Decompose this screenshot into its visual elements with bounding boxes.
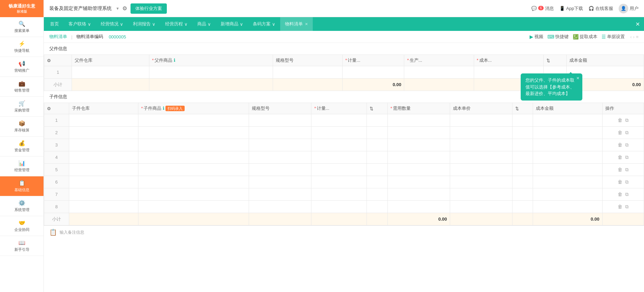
parent-cell-spec[interactable] [273, 66, 342, 79]
child-cell-qty[interactable] [387, 201, 450, 213]
sidebar-item-guide[interactable]: 📖 新手引导 [0, 236, 44, 256]
child-cell-product[interactable] [138, 188, 249, 201]
settings-icon[interactable]: ⚙ [122, 5, 127, 12]
parent-cell-production[interactable] [404, 66, 474, 79]
delete-icon[interactable]: 🗑 [618, 179, 622, 185]
sidebar-item-purchase[interactable]: 🛒 采购管理 [0, 97, 44, 117]
message-action[interactable]: 💬 6 消息 [531, 5, 554, 12]
copy-icon[interactable]: ⧉ [625, 179, 629, 185]
copy-icon[interactable]: ⧉ [625, 204, 629, 209]
child-cell-unit[interactable] [311, 201, 367, 213]
child-cell-unit-cost[interactable] [450, 114, 512, 127]
copy-icon[interactable]: ⧉ [625, 142, 629, 148]
nav-prev-icon[interactable]: ‹ [630, 34, 632, 39]
tab-home[interactable]: 首页 [45, 17, 64, 31]
tab-add-goods[interactable]: 新增商品 ∨ [216, 17, 248, 31]
extract-cost-action[interactable]: 💹 提取成本 [573, 34, 597, 40]
child-cell-product[interactable] [138, 201, 249, 213]
child-cell-warehouse[interactable] [69, 127, 138, 139]
parent-th-settings[interactable]: ⚙ [44, 55, 72, 66]
child-cell-unit[interactable] [311, 114, 367, 127]
child-cell-product[interactable] [138, 164, 249, 176]
sidebar-item-quick-nav[interactable]: ⚡ 快捷导航 [0, 37, 44, 57]
scan-badge[interactable]: 扫码录入 [165, 106, 185, 111]
child-cell-warehouse[interactable] [69, 164, 138, 176]
child-cell-spec[interactable] [249, 139, 311, 151]
child-cell-product[interactable] [138, 139, 249, 151]
parent-cell-product[interactable] [149, 66, 273, 79]
sidebar-item-search[interactable]: 🔍 搜索菜单 [0, 17, 44, 37]
child-cell-unit-cost[interactable] [450, 176, 512, 188]
shortcut-action[interactable]: ⌨ 快捷键 [547, 34, 569, 40]
parent-cell-warehouse[interactable] [72, 66, 149, 79]
copy-icon[interactable]: ⧉ [625, 154, 629, 160]
child-cell-unit[interactable] [311, 127, 367, 139]
sidebar-item-marketing[interactable]: 📢 营销推广 [0, 57, 44, 77]
tab-barcode[interactable]: 条码方案 ∨ [248, 17, 280, 31]
close-all-tabs[interactable]: ✕ [633, 21, 643, 27]
sidebar-item-inventory[interactable]: 📦 库存核算 [0, 117, 44, 137]
child-cell-warehouse[interactable] [69, 176, 138, 188]
child-cell-unit-cost[interactable] [450, 139, 512, 151]
child-cell-unit-cost[interactable] [450, 164, 512, 176]
child-th-settings[interactable]: ⚙ [44, 103, 69, 114]
child-cell-unit-cost[interactable] [450, 127, 512, 139]
child-cell-qty[interactable] [387, 176, 450, 188]
child-cell-spec[interactable] [249, 164, 311, 176]
child-cell-product[interactable] [138, 127, 249, 139]
nav-next-icon[interactable]: › [633, 34, 634, 39]
child-cell-unit-cost[interactable] [450, 201, 512, 213]
child-cell-unit-cost[interactable] [450, 151, 512, 164]
child-cell-qty[interactable] [387, 114, 450, 127]
child-cell-product[interactable] [138, 151, 249, 164]
sidebar-item-enterprise[interactable]: 🤝 企业协同 [0, 216, 44, 236]
child-cell-warehouse[interactable] [69, 201, 138, 213]
delete-icon[interactable]: 🗑 [618, 130, 622, 135]
child-cell-warehouse[interactable] [69, 114, 138, 127]
tab-operation[interactable]: 经营情况 ∨ [96, 17, 128, 31]
copy-icon[interactable]: ⧉ [625, 167, 629, 172]
tab-bom-close[interactable]: ✕ [305, 22, 308, 26]
child-cell-unit[interactable] [311, 151, 367, 164]
sidebar-item-finance[interactable]: 💰 资金管理 [0, 137, 44, 156]
delete-icon[interactable]: 🗑 [618, 154, 622, 160]
child-cell-qty[interactable] [387, 188, 450, 201]
child-cell-qty[interactable] [387, 139, 450, 151]
child-cell-qty[interactable] [387, 151, 450, 164]
copy-icon[interactable]: ⧉ [625, 191, 629, 197]
sidebar-item-sales[interactable]: 💼 销售管理 [0, 77, 44, 97]
sidebar-item-system[interactable]: ⚙️ 系统管理 [0, 196, 44, 216]
delete-icon[interactable]: 🗑 [618, 142, 622, 148]
user-action[interactable]: 👤 用户 [619, 4, 639, 13]
child-cell-warehouse[interactable] [69, 188, 138, 201]
parent-th-sort[interactable]: ⇅ [543, 55, 567, 66]
child-cell-qty[interactable] [387, 127, 450, 139]
child-cell-spec[interactable] [249, 188, 311, 201]
child-cell-unit[interactable] [311, 164, 367, 176]
child-cell-spec[interactable] [249, 176, 311, 188]
child-cell-unit[interactable] [311, 176, 367, 188]
child-cell-spec[interactable] [249, 127, 311, 139]
child-cell-qty[interactable] [387, 164, 450, 176]
tab-goods[interactable]: 商品 ∨ [193, 17, 216, 31]
video-action[interactable]: ▶ 视频 [530, 34, 543, 40]
doc-settings-action[interactable]: ☰ 单据设置 [602, 34, 625, 40]
tab-customer[interactable]: 客户联络 ∨ [64, 17, 96, 31]
child-cell-unit-cost[interactable] [450, 188, 512, 201]
delete-icon[interactable]: 🗑 [618, 167, 622, 172]
trial-button[interactable]: 体验行业方案 [131, 3, 167, 14]
delete-icon[interactable]: 🗑 [618, 191, 622, 197]
child-cell-product[interactable] [138, 176, 249, 188]
list-view-icon[interactable]: ≡ [636, 34, 639, 39]
child-cell-spec[interactable] [249, 201, 311, 213]
copy-icon[interactable]: ⧉ [625, 130, 629, 135]
child-cell-unit[interactable] [311, 139, 367, 151]
child-cell-product[interactable] [138, 114, 249, 127]
delete-icon[interactable]: 🗑 [618, 117, 622, 123]
child-cell-warehouse[interactable] [69, 151, 138, 164]
tooltip-close-button[interactable]: ✕ [576, 75, 580, 81]
child-cell-spec[interactable] [249, 151, 311, 164]
app-action[interactable]: 📱 App下载 [559, 5, 583, 12]
child-cell-spec[interactable] [249, 114, 311, 127]
sidebar-item-operations[interactable]: 📊 经营管理 [0, 156, 44, 176]
